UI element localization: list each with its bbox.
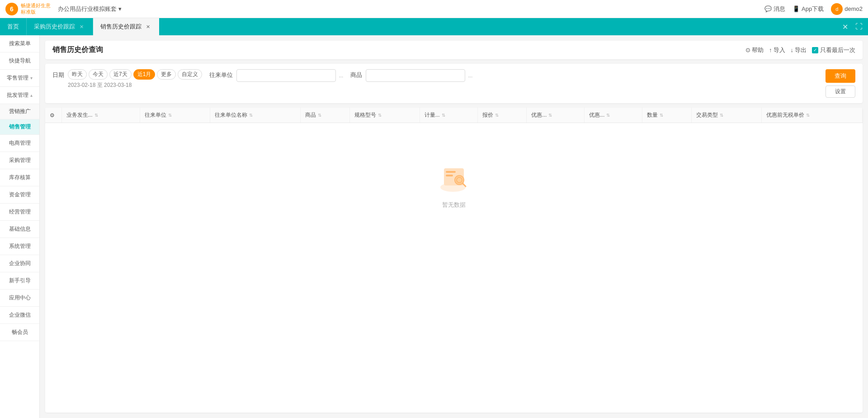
settings-button[interactable]: 设置	[826, 86, 855, 98]
sidebar: 搜索菜单 快捷导航 零售管理 ▾ 批发管理 ▴ 营销推广 销售管理 电商管理 采…	[0, 35, 40, 418]
product-label: 商品	[350, 69, 362, 79]
help-label: 帮助	[752, 46, 764, 54]
date-filter-label: 日期	[52, 69, 64, 79]
sidebar-item-sales-mgmt[interactable]: 销售管理	[0, 119, 39, 135]
filter-date-group: 日期 昨天 今天 近7天 近1月 更多 自定义 2023-02-18 至 202…	[52, 69, 202, 89]
content-area: 销售历史价查询 ⊙ 帮助 ↑ 导入 ↓ 导出 ✓	[40, 35, 868, 418]
date-btn-today[interactable]: 今天	[89, 69, 108, 80]
sort-icon-discount2[interactable]: ⇅	[606, 113, 610, 118]
query-button[interactable]: 查询	[826, 69, 855, 83]
tab-purchase-history-close[interactable]: ✕	[78, 23, 85, 31]
col-spec-label: 规格型号	[354, 111, 376, 119]
page-title: 销售历史价查询	[52, 45, 103, 55]
table-header: ⚙ 业务发生... ⇅ 往来单位	[45, 108, 863, 123]
header-left: 6 畅捷通好生意 标准版 办公用品行业模拟账套 ▾	[5, 3, 125, 15]
tab-purchase-history[interactable]: 采购历史价跟踪 ✕	[27, 18, 93, 35]
table-header-row: ⚙ 业务发生... ⇅ 往来单位	[45, 108, 863, 123]
empty-icon	[436, 159, 472, 195]
sidebar-item-wholesale[interactable]: 批发管理 ▴	[0, 87, 39, 104]
sort-icon-spec[interactable]: ⇅	[378, 113, 382, 118]
import-icon: ↑	[769, 47, 772, 53]
app-selector[interactable]: 办公用品行业模拟账套 ▾	[54, 3, 125, 15]
sidebar-item-quick-nav[interactable]: 快捷导航	[0, 52, 39, 70]
sidebar-item-enterprise[interactable]: 企业协同	[0, 255, 39, 272]
only-last-checkbox[interactable]: ✓ 只看最后一次	[812, 46, 855, 54]
sidebar-item-purchase[interactable]: 采购管理	[0, 152, 39, 169]
sort-icon-pretax-price[interactable]: ⇅	[806, 113, 810, 118]
sidebar-item-ecommerce[interactable]: 电商管理	[0, 135, 39, 152]
tab-sales-history-close[interactable]: ✕	[144, 23, 152, 31]
partner-input[interactable]	[236, 69, 336, 82]
product-dots[interactable]: ...	[468, 72, 472, 79]
maximize-button[interactable]: ⛶	[854, 21, 864, 33]
sidebar-item-basic-info[interactable]: 基础信息	[0, 221, 39, 238]
help-button[interactable]: ⊙ 帮助	[745, 46, 764, 54]
sidebar-item-inventory[interactable]: 库存核算	[0, 169, 39, 186]
export-icon: ↓	[791, 47, 794, 53]
col-partner-name: 往来单位名称 ⇅	[210, 108, 300, 123]
close-all-tabs-button[interactable]: ✕	[840, 21, 850, 33]
col-discount1-label: 优惠...	[531, 111, 547, 119]
sidebar-item-operations[interactable]: 经营管理	[0, 204, 39, 221]
sidebar-item-guide[interactable]: 新手引导	[0, 272, 39, 290]
sort-icon-unit[interactable]: ⇅	[442, 113, 445, 118]
date-btn-custom[interactable]: 自定义	[178, 69, 202, 80]
sidebar-system-label: 系统管理	[9, 242, 31, 250]
chevron-up-icon: ▴	[30, 93, 33, 98]
app-selector-label: 办公用品行业模拟账套	[58, 5, 117, 13]
page-content: 销售历史价查询 ⊙ 帮助 ↑ 导入 ↓ 导出 ✓	[40, 35, 868, 418]
sidebar-item-vip[interactable]: 畅会员	[0, 324, 39, 341]
col-discount2-label: 优惠...	[589, 111, 604, 119]
sidebar-finance-label: 资金管理	[9, 191, 31, 199]
sidebar-item-app-center[interactable]: 应用中心	[0, 290, 39, 307]
checkbox-icon: ✓	[812, 47, 818, 53]
tab-sales-history[interactable]: 销售历史价跟踪 ✕	[93, 18, 159, 35]
sidebar-item-wechat[interactable]: 企业微信	[0, 307, 39, 324]
sidebar-wholesale-label: 批发管理	[7, 91, 28, 99]
col-spec: 规格型号 ⇅	[350, 108, 420, 123]
sidebar-item-search-menu[interactable]: 搜索菜单	[0, 35, 39, 52]
svg-rect-3	[446, 175, 453, 176]
logo-icon: 6	[5, 3, 18, 15]
sort-icon-trade-type[interactable]: ⇅	[720, 113, 723, 118]
date-btn-7days[interactable]: 近7天	[109, 69, 132, 80]
sidebar-wechat-label: 企业微信	[9, 311, 31, 319]
page-title-actions: ⊙ 帮助 ↑ 导入 ↓ 导出 ✓ 只看最后一次	[745, 46, 855, 54]
gear-icon[interactable]: ⚙	[50, 112, 55, 119]
message-icon: 💬	[764, 5, 772, 12]
sidebar-item-marketing[interactable]: 营销推广	[0, 104, 39, 119]
tab-sales-history-label: 销售历史价跟踪	[100, 23, 142, 31]
sidebar-app-center-label: 应用中心	[9, 294, 31, 302]
sort-icon-discount1[interactable]: ⇅	[548, 113, 552, 118]
sidebar-item-retail[interactable]: 零售管理 ▾	[0, 70, 39, 87]
message-button[interactable]: 💬 消息	[764, 5, 785, 13]
col-partner-name-label: 往来单位名称	[215, 111, 247, 119]
partner-dots[interactable]: ...	[339, 72, 343, 79]
sort-icon-product[interactable]: ⇅	[318, 113, 321, 118]
product-input[interactable]	[366, 69, 465, 82]
empty-text: 暂无数据	[442, 201, 466, 209]
sidebar-marketing-label: 营销推广	[9, 108, 31, 115]
tab-home[interactable]: 首页	[0, 18, 27, 35]
product-input-group: ...	[366, 69, 472, 82]
sort-icon-biz-date[interactable]: ⇅	[94, 113, 98, 118]
col-trade-type-label: 交易类型	[696, 111, 718, 119]
import-button[interactable]: ↑ 导入	[769, 46, 785, 54]
sidebar-item-system[interactable]: 系统管理	[0, 238, 39, 255]
help-icon: ⊙	[745, 47, 750, 53]
sidebar-item-finance[interactable]: 资金管理	[0, 186, 39, 204]
user-menu[interactable]: d demo2	[831, 3, 863, 15]
sort-icon-quantity[interactable]: ⇅	[660, 113, 663, 118]
sort-icon-partner[interactable]: ⇅	[168, 113, 172, 118]
sidebar-inventory-label: 库存核算	[9, 174, 31, 181]
sort-icon-price[interactable]: ⇅	[495, 113, 499, 118]
date-btn-more[interactable]: 更多	[157, 69, 176, 80]
app-download-button[interactable]: 📱 App下载	[793, 5, 824, 13]
date-btn-1month[interactable]: 近1月	[133, 69, 156, 80]
col-quantity-label: 数量	[647, 111, 658, 119]
filter-actions: 查询 设置	[826, 69, 855, 98]
export-button[interactable]: ↓ 导出	[791, 46, 807, 54]
filter-partner-group: 往来单位 ...	[209, 69, 343, 82]
sort-icon-partner-name[interactable]: ⇅	[249, 113, 253, 118]
date-btn-yesterday[interactable]: 昨天	[68, 69, 87, 80]
